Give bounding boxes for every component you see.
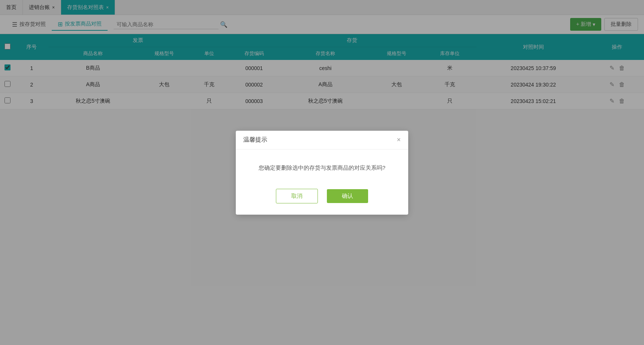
modal-overlay: 温馨提示 × 您确定要删除选中的存货与发票商品的对应关系吗? 取消 确认 [0, 0, 644, 109]
